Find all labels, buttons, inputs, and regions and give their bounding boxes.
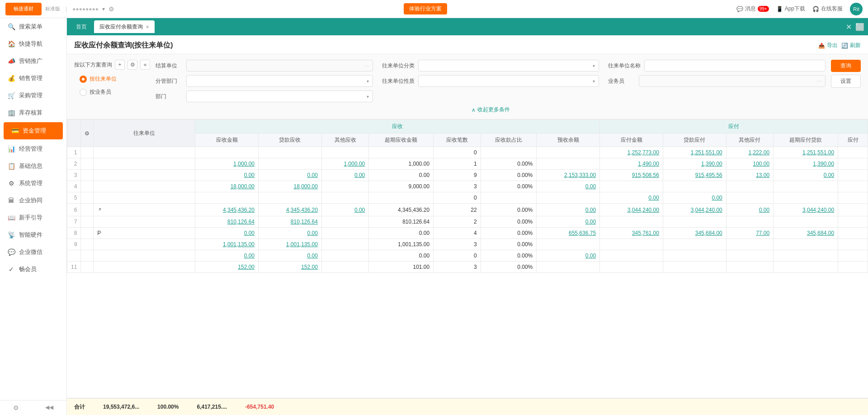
sidebar-item-search[interactable]: 🔍 搜索菜单 xyxy=(0,18,66,35)
collapse-more-btn[interactable]: ∧ 收起更多条件 xyxy=(472,106,510,114)
table-cell[interactable]: 77.00 xyxy=(726,228,773,239)
table-cell[interactable]: 345,684.00 xyxy=(774,228,838,239)
table-cell[interactable]: 1,000.00 xyxy=(195,158,259,170)
cell-link[interactable]: 3,044,240.00 xyxy=(627,207,659,213)
export-btn[interactable]: 📤 导出 xyxy=(818,42,838,49)
cell-link[interactable]: 1,000.00 xyxy=(344,161,365,167)
table-cell[interactable]: 0.00 xyxy=(259,250,322,262)
sidebar-item-sales[interactable]: 💰 销售管理 xyxy=(0,70,66,87)
table-cell[interactable]: 345,761.00 xyxy=(600,228,663,239)
cell-link[interactable]: 0.00 xyxy=(307,172,318,178)
cell-link[interactable]: 0.00 xyxy=(244,172,255,178)
sidebar-item-guide[interactable]: 📖 新手引导 xyxy=(0,209,66,226)
cell-link[interactable]: 0.00 xyxy=(585,253,596,259)
cell-link[interactable]: 345,684.00 xyxy=(695,230,722,236)
cell-link[interactable]: 2,153,333.00 xyxy=(564,172,596,178)
table-cell[interactable]: 0.00 xyxy=(195,250,259,262)
table-cell[interactable]: 3,044,240.00 xyxy=(774,204,838,216)
cell-link[interactable]: 100.00 xyxy=(753,161,769,167)
cell-link[interactable]: 0.00 xyxy=(307,253,318,259)
cell-link[interactable]: 1,000.00 xyxy=(233,161,255,167)
cell-link[interactable]: 1,001,135.00 xyxy=(286,241,318,248)
table-cell[interactable]: 0.00 xyxy=(321,170,368,181)
filter-back-btn[interactable]: « xyxy=(140,60,150,70)
cell-link[interactable]: 152.00 xyxy=(301,264,318,270)
download-btn[interactable]: 📱 App下载 xyxy=(776,5,805,13)
cell-link[interactable]: 1,222.00 xyxy=(748,149,769,156)
table-cell[interactable]: 0.00 xyxy=(663,192,726,204)
table-cell[interactable]: 18,000.00 xyxy=(259,181,322,192)
table-cell[interactable]: 0.00 xyxy=(726,204,773,216)
refresh-btn[interactable]: 🔄 刷新 xyxy=(841,42,861,49)
sidebar-item-operations[interactable]: 📊 经营管理 xyxy=(0,140,66,157)
nav-option-by-staff[interactable]: 按业务员 xyxy=(74,86,150,98)
sidebar-item-basicinfo[interactable]: 📋 基础信息 xyxy=(0,157,66,175)
tab-close-window-btn[interactable]: ✕ xyxy=(846,23,852,31)
partner-category-select[interactable]: ▾ xyxy=(418,60,599,72)
cell-link[interactable]: 1,252,773.00 xyxy=(627,149,659,156)
cell-link[interactable]: 345,684.00 xyxy=(807,230,834,236)
cell-link[interactable]: 0.00 xyxy=(759,207,769,213)
department-select[interactable]: ▾ xyxy=(186,91,373,102)
table-cell[interactable]: 1,390.00 xyxy=(663,158,726,170)
sidebar-item-enterprise[interactable]: 🏛 企业协同 xyxy=(0,192,66,209)
table-cell[interactable]: 0.00 xyxy=(537,204,600,216)
table-cell[interactable]: 152.00 xyxy=(195,262,259,273)
cell-link[interactable]: 1,001,135.00 xyxy=(223,241,255,248)
table-cell[interactable]: 0.00 xyxy=(537,216,600,228)
table-cell[interactable]: 18,000.00 xyxy=(195,181,259,192)
tab-home[interactable]: 首页 xyxy=(71,20,92,33)
partner-name-input[interactable] xyxy=(644,60,826,72)
salesperson-input[interactable]: ··· xyxy=(639,75,826,87)
cell-link[interactable]: 77.00 xyxy=(756,230,769,236)
cell-link[interactable]: 915,508.56 xyxy=(632,172,659,178)
table-cell[interactable]: 3,044,240.00 xyxy=(600,204,663,216)
sidebar-item-purchase[interactable]: 🛒 采购管理 xyxy=(0,87,66,104)
cell-link[interactable]: 4,345,436.20 xyxy=(223,207,255,213)
table-cell[interactable]: 1,251,551.00 xyxy=(663,147,726,158)
cell-link[interactable]: 0.00 xyxy=(244,230,255,236)
cell-link[interactable]: 4,345,436.20 xyxy=(286,207,318,213)
table-cell[interactable]: 2,153,333.00 xyxy=(537,170,600,181)
cell-link[interactable]: 655,636.75 xyxy=(569,230,596,236)
col-settings-header[interactable]: ⚙ xyxy=(81,120,94,147)
table-cell[interactable]: 0.00 xyxy=(195,228,259,239)
sidebar-settings-btn[interactable]: ⚙ xyxy=(13,404,19,411)
cell-link[interactable]: 152.00 xyxy=(238,264,255,270)
message-btn[interactable]: 💬 消息 99+ xyxy=(736,5,769,13)
set-btn[interactable]: 设置 xyxy=(831,75,861,88)
table-cell[interactable]: 810,126.64 xyxy=(195,216,259,228)
sidebar-item-wechat[interactable]: 💬 企业微信 xyxy=(0,243,66,261)
partner-nature-select[interactable]: ▾ xyxy=(418,75,599,87)
filter-settings-btn[interactable]: ⚙ xyxy=(127,60,137,70)
sidebar-item-inventory[interactable]: 🏢 库存核算 xyxy=(0,104,66,121)
table-cell[interactable]: 13.00 xyxy=(726,170,773,181)
table-cell[interactable]: 3,044,240.00 xyxy=(663,204,726,216)
sidebar-item-finance[interactable]: 💳 资金管理 xyxy=(4,122,63,139)
cell-link[interactable]: 0.00 xyxy=(354,172,365,178)
cell-link[interactable]: 0.00 xyxy=(585,219,596,225)
cell-link[interactable]: 1,251,551.00 xyxy=(691,149,722,156)
table-cell[interactable]: 1,001,135.00 xyxy=(195,239,259,250)
cell-link[interactable]: 3,044,240.00 xyxy=(691,207,722,213)
sidebar-item-quicknav[interactable]: 🏠 快捷导航 xyxy=(0,35,66,52)
cell-link[interactable]: 810,126.64 xyxy=(291,219,318,225)
table-cell[interactable]: 1,490.00 xyxy=(600,158,663,170)
cell-link[interactable]: 0.00 xyxy=(585,207,596,213)
cell-link[interactable]: 1,390.00 xyxy=(813,161,834,167)
support-btn[interactable]: 🎧 在线客服 xyxy=(812,5,843,13)
cell-link[interactable]: 345,761.00 xyxy=(632,230,659,236)
table-settings-icon[interactable]: ⚙ xyxy=(85,130,90,137)
tab-balance[interactable]: 应收应付余额查询 ✕ xyxy=(94,20,155,33)
table-cell[interactable]: 1,001,135.00 xyxy=(259,239,322,250)
dept-select[interactable]: ▾ xyxy=(186,75,373,87)
cell-link[interactable]: 0.00 xyxy=(585,183,596,190)
tab-close-btn[interactable]: ✕ xyxy=(146,24,149,29)
nav-option-by-partner[interactable]: 按往来单位 xyxy=(74,73,150,85)
table-cell[interactable]: 0.00 xyxy=(259,228,322,239)
table-cell[interactable]: 100.00 xyxy=(726,158,773,170)
cell-link[interactable]: 0.00 xyxy=(649,195,659,201)
cell-link[interactable]: 915,495.56 xyxy=(695,172,722,178)
table-cell[interactable]: 810,126.64 xyxy=(259,216,322,228)
settlement-input[interactable]: ··· xyxy=(186,60,373,72)
